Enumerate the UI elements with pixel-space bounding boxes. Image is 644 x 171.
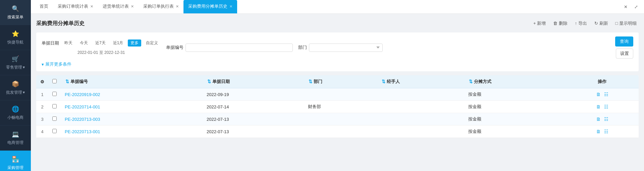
- main-area: 首页 采购订单统计表 ✕ 进货单统计表 ✕ 采购订单执行表 ✕ 采购费用分摊单历…: [31, 0, 644, 171]
- date-opt-1month[interactable]: 近1月: [110, 39, 126, 47]
- close-tab-purchase-cost-split[interactable]: ✕: [229, 4, 232, 9]
- edit-icon[interactable]: 🗎: [596, 116, 601, 122]
- row-date: 2022-07-14: [203, 101, 304, 113]
- tab-inbound-stats[interactable]: 进货单统计表 ✕: [98, 0, 139, 13]
- filter-dept: 部门: [298, 44, 383, 52]
- date-options: 昨天 今天 近7天 近1月 更多 自定义: [62, 39, 161, 47]
- date-range-display: 2022-01-01 至 2022-12-31: [77, 50, 125, 56]
- more-ops-icon[interactable]: ☷: [604, 92, 608, 97]
- search-button[interactable]: 查询: [615, 36, 633, 47]
- maximize-window-btn[interactable]: ⤢: [632, 3, 640, 11]
- row-dept: [304, 88, 377, 101]
- th-checkbox[interactable]: [48, 75, 61, 88]
- doc-no-input[interactable]: [185, 44, 293, 52]
- date-label: 单据日期: [42, 40, 59, 46]
- expand-more-btn[interactable]: ▾ 展开更多条件: [42, 61, 633, 67]
- date-opt-more[interactable]: 更多: [128, 39, 141, 47]
- refresh-button[interactable]: ↻ 刷新: [592, 19, 610, 28]
- more-ops-icon[interactable]: ☷: [604, 116, 608, 122]
- tab-home[interactable]: 首页: [35, 0, 53, 13]
- doc-no-link[interactable]: PE-20220713-001: [65, 129, 100, 134]
- row-num: 1: [36, 88, 48, 101]
- tab-purchase-order-exec[interactable]: 采购订单执行表 ✕: [139, 0, 183, 13]
- row-doc-no: PE-20220713-003: [61, 113, 203, 125]
- sidebar-item-quick-nav[interactable]: ⭐ 快捷导航: [0, 25, 31, 50]
- table-header-row: ⚙ ⇅ 单据编号 ⇅ 单据日期: [36, 75, 639, 88]
- row-checkbox[interactable]: [52, 104, 57, 108]
- show-columns-button[interactable]: □ 显示明细: [613, 19, 639, 28]
- row-checkbox-cell[interactable]: [48, 113, 61, 125]
- doc-no-link[interactable]: PE-20220714-001: [65, 104, 100, 109]
- tab-purchase-cost-split[interactable]: 采购费用分摊单历史 ✕: [183, 0, 237, 13]
- sort-icon[interactable]: ⇅: [469, 79, 473, 84]
- sidebar-item-retail[interactable]: 🛒 零售管理 ▾: [0, 50, 31, 75]
- row-checkbox-cell[interactable]: [48, 88, 61, 101]
- sidebar-item-wholesale[interactable]: 📦 批发管理 ▾: [0, 75, 31, 100]
- tab-bar: 首页 采购订单统计表 ✕ 进货单统计表 ✕ 采购订单执行表 ✕ 采购费用分摊单历…: [31, 0, 644, 14]
- sort-icon[interactable]: ⇅: [309, 79, 312, 84]
- row-checkbox-cell[interactable]: [48, 101, 61, 113]
- sidebar-item-ecom[interactable]: 💻 电商管理: [0, 125, 31, 151]
- doc-no-label: 单据编号: [166, 45, 183, 51]
- row-date: 2022-07-13: [203, 125, 304, 138]
- row-checkbox[interactable]: [52, 92, 57, 96]
- dept-select[interactable]: [309, 44, 383, 52]
- row-checkbox-cell[interactable]: [48, 125, 61, 138]
- chevron-down-icon: ▾: [23, 90, 25, 95]
- filter-actions: 查询 设置: [615, 36, 633, 59]
- row-num: 3: [36, 113, 48, 125]
- row-checkbox[interactable]: [52, 129, 57, 133]
- sort-icon[interactable]: ⇅: [382, 79, 385, 84]
- row-date: 2022-07-13: [203, 113, 304, 125]
- close-tab-purchase-order-exec[interactable]: ✕: [176, 4, 179, 9]
- row-handler: [377, 88, 464, 101]
- chevron-down-icon: ▾: [42, 62, 44, 67]
- row-split-method: 按金额: [464, 125, 566, 138]
- sidebar-item-purchase[interactable]: 🏪 采购管理: [0, 151, 31, 171]
- box-icon: 📦: [3, 80, 28, 88]
- date-opt-yesterday[interactable]: 昨天: [62, 39, 75, 47]
- filter-row-main: 单据日期 昨天 今天 近7天 近1月 更多 自定义 2022-01-01 至 2…: [42, 36, 633, 59]
- doc-no-link[interactable]: PE-20220919-002: [65, 92, 100, 97]
- filter-date: 单据日期 昨天 今天 近7天 近1月 更多 自定义 2022-01-01 至 2…: [42, 39, 161, 56]
- th-settings[interactable]: ⚙: [36, 75, 48, 88]
- date-opt-custom[interactable]: 自定义: [143, 39, 161, 47]
- row-doc-no: PE-20220713-001: [61, 125, 203, 138]
- tab-purchase-order-stats[interactable]: 采购订单统计表 ✕: [53, 0, 98, 13]
- close-tab-inbound-stats[interactable]: ✕: [131, 4, 134, 9]
- date-opt-today[interactable]: 今天: [77, 39, 91, 47]
- more-ops-icon[interactable]: ☷: [604, 104, 608, 109]
- table-row: 1 PE-20220919-002 2022-09-19 按金额 🗎 ☷: [36, 88, 639, 101]
- star-icon: ⭐: [3, 30, 28, 38]
- doc-no-link[interactable]: PE-20220713-003: [65, 117, 100, 122]
- more-ops-icon[interactable]: ☷: [604, 129, 608, 134]
- filter-section: 单据日期 昨天 今天 近7天 近1月 更多 自定义 2022-01-01 至 2…: [36, 32, 639, 71]
- tab-window-actions: ✕ ⤢: [622, 3, 640, 11]
- export-button[interactable]: ↑ 导出: [573, 19, 589, 28]
- page-content: 采购费用分摊单历史 + 新增 🗑 删除 ↑ 导出 ↻ 刷新 □ 显示明细: [31, 14, 644, 171]
- row-split-method: 按金额: [464, 113, 566, 125]
- row-handler: [377, 113, 464, 125]
- sidebar: 🔍 搜索菜单 ⭐ 快捷导航 🛒 零售管理 ▾ 📦 批发管理 ▾ 🌐 小畅电商 💻…: [0, 0, 31, 171]
- table-row: 4 PE-20220713-001 2022-07-13 按金额 🗎 ☷: [36, 125, 639, 138]
- th-date: ⇅ 单据日期: [203, 75, 304, 88]
- date-opt-7days[interactable]: 近7天: [93, 39, 108, 47]
- row-checkbox[interactable]: [52, 116, 57, 121]
- edit-icon[interactable]: 🗎: [596, 104, 601, 109]
- sidebar-item-mini-ecom[interactable]: 🌐 小畅电商: [0, 100, 31, 125]
- cart-icon: 🛒: [3, 55, 28, 63]
- edit-icon[interactable]: 🗎: [596, 129, 601, 134]
- select-all-checkbox[interactable]: [52, 79, 57, 83]
- close-window-btn[interactable]: ✕: [622, 3, 630, 11]
- sidebar-item-search[interactable]: 🔍 搜索菜单: [0, 0, 31, 25]
- row-dept: 财务部: [304, 101, 377, 113]
- settings-button[interactable]: 设置: [616, 49, 633, 59]
- sort-icon[interactable]: ⇅: [207, 79, 211, 84]
- sort-icon[interactable]: ⇅: [65, 79, 69, 84]
- edit-icon[interactable]: 🗎: [596, 92, 601, 97]
- add-button[interactable]: + 新增: [531, 19, 548, 28]
- close-tab-purchase-order-stats[interactable]: ✕: [90, 4, 93, 9]
- row-num: 2: [36, 101, 48, 113]
- search-icon: 🔍: [3, 5, 28, 13]
- delete-button[interactable]: 🗑 删除: [551, 19, 570, 28]
